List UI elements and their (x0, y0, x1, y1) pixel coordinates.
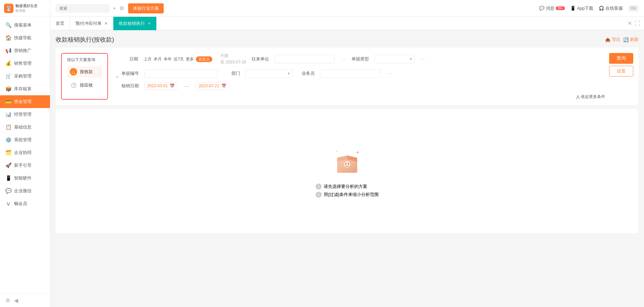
filter-type-by-receipt[interactable]: 💰 按收款 (67, 66, 102, 78)
sidebar-item-capital[interactable]: 💳资金管理 (0, 95, 50, 108)
sidebar-item-sales[interactable]: 💰销售管理 (0, 57, 50, 70)
sidebar-item-vip[interactable]: V畅会员 (0, 197, 50, 210)
topbar-dropdown-icon[interactable]: ▾ (113, 6, 115, 11)
hint-num-2: 2 (316, 192, 322, 198)
sidebar-item-basicinfo[interactable]: 📋基础信息 (0, 121, 50, 134)
nav-icon-capital: 💳 (5, 99, 11, 105)
nav-icon-vip: V (5, 201, 11, 207)
hint-text-2: 用[过滤]条件来缩小分析范围 (324, 192, 378, 198)
nav-label-hardware: 智能硬件 (14, 175, 32, 181)
collapse-more-btn[interactable]: ⋀ 收起更多条件 (121, 94, 605, 100)
bill-type-label: 单据类型 (352, 56, 369, 62)
bill-no-label: 单据编号 (121, 70, 139, 76)
counterparty-input[interactable] (274, 55, 335, 63)
tab-home[interactable]: 首页 (50, 17, 70, 30)
nav-icon-hardware: 📱 (5, 175, 11, 181)
sidebar-item-guide[interactable]: 🚀新手引导 (0, 159, 50, 172)
export-label: 导出 (612, 37, 621, 43)
topbar-gear-icon[interactable]: ⚙ (119, 5, 124, 11)
counterparty-dots-icon[interactable]: ··· (341, 56, 346, 62)
collapse-sidebar-icon[interactable]: ◀ (14, 297, 18, 304)
date-shortcut-this-month[interactable]: 本月 (154, 56, 162, 62)
sidebar: 🐰 畅捷通好生意 标准版 🔍搜索菜单🏠快捷导航📢营销推广💰销售管理🛒采购管理📦库… (0, 0, 50, 307)
tab-prepay-label: 预付冲应付单 (75, 20, 102, 27)
tab-receipt-close-icon[interactable]: ✕ (148, 21, 151, 26)
tabbar: 首页 预付冲应付单 ✕ 收款核销执行 ✕ ✕ ⛶ (50, 17, 644, 30)
staff-label: 业务员 (298, 70, 315, 76)
query-btn-col: 查询 设置 (609, 53, 633, 76)
sidebar-item-purchase[interactable]: 🛒采购管理 (0, 70, 50, 83)
tab-receipt[interactable]: 收款核销执行 ✕ (113, 17, 157, 30)
filter-collapse-arrow[interactable]: « (113, 53, 121, 100)
verify-date-to-wrap[interactable]: 2023-07-21 📅 (196, 82, 229, 90)
sidebar-item-operations[interactable]: 📊经营管理 (0, 108, 50, 121)
sidebar-item-search[interactable]: 🔍搜索菜单 (0, 19, 50, 32)
nav-icon-shortcuts: 🏠 (5, 35, 11, 41)
nav-label-capital: 资金管理 (14, 99, 32, 105)
filter-type-box: 按以下方案查询 💰 按收款 🕐 按应收 (61, 53, 108, 100)
filter-date-row: 日期 上月 本月 本年 近7天 更多 自定义 不限 至 (121, 53, 605, 65)
title-actions: 📤 导出 🔄 刷新 (605, 37, 639, 43)
export-button[interactable]: 📤 导出 (605, 37, 621, 43)
verify-date-from-wrap[interactable]: 2023-03-01 📅 (144, 82, 178, 90)
nav-label-vip: 畅会员 (14, 201, 27, 207)
bill-type-select[interactable] (374, 55, 415, 63)
bill-no-input[interactable] (144, 69, 218, 78)
query-button[interactable]: 查询 (609, 53, 633, 64)
sidebar-item-enterprise[interactable]: 🗂️企业协同 (0, 146, 50, 159)
nav-icon-search: 🔍 (5, 22, 11, 28)
sidebar-item-marketing[interactable]: 📢营销推广 (0, 44, 50, 57)
settings-icon[interactable]: ⚙ (5, 297, 10, 304)
app-download-item[interactable]: 📱 App下载 (570, 5, 593, 11)
hint-num-1: 1 (316, 184, 322, 190)
nav-label-enterprise: 企业协同 (14, 150, 32, 156)
collapse-more-icon: ⋀ (576, 95, 580, 99)
filter-type-by-receivable[interactable]: 🕐 按应收 (67, 80, 102, 91)
refresh-button[interactable]: 🔄 刷新 (623, 37, 639, 43)
settings-button[interactable]: 设置 (609, 66, 633, 76)
tab-prepay[interactable]: 预付冲应付单 ✕ (70, 17, 113, 30)
filter-type-receipt-icon: 💰 (70, 68, 77, 75)
date-shortcut-last-month[interactable]: 上月 (144, 56, 152, 62)
date-custom-badge[interactable]: 自定义 (196, 56, 212, 62)
topbar: ▾ ⚙ 体验行业方案 💬 消息 99+ 📱 App下载 🎧 在线客服 Rit (50, 0, 644, 17)
verify-date-label: 核销日期 (121, 83, 139, 89)
online-service-item[interactable]: 🎧 在线客服 (599, 5, 623, 11)
nav-label-guide: 新手引导 (14, 162, 32, 168)
logo-text: 畅捷通好生意 (15, 3, 38, 8)
close-tab-icon[interactable]: ✕ (628, 20, 632, 27)
date-shortcut-7days[interactable]: 近7天 (174, 56, 184, 62)
messages-label: 消息 (546, 5, 554, 11)
messages-item[interactable]: 💬 消息 99+ (539, 5, 565, 11)
sidebar-item-wechat[interactable]: 💬企业微信 (0, 185, 50, 197)
sidebar-item-shortcuts[interactable]: 🏠快捷导航 (0, 32, 50, 44)
sidebar-item-system[interactable]: ⚙️系统管理 (0, 134, 50, 146)
staff-dots-icon[interactable]: ··· (387, 70, 391, 76)
dept-select[interactable] (246, 69, 292, 78)
sidebar-item-hardware[interactable]: 📱智能硬件 (0, 172, 50, 185)
app-label: App下载 (577, 5, 593, 11)
user-profile[interactable]: Rit (628, 5, 639, 11)
app-icon: 📱 (570, 6, 576, 11)
tab-prepay-close-icon[interactable]: ✕ (104, 21, 108, 26)
date-shortcuts: 上月 本月 本年 近7天 更多 自定义 (144, 56, 213, 62)
date-shortcut-more[interactable]: 更多 (186, 56, 194, 62)
filter-type-receipt-label: 按收款 (80, 69, 93, 75)
search-input[interactable] (56, 4, 109, 12)
page-title: 收款核销执行(按收款) (56, 36, 114, 44)
svg-text:✦: ✦ (335, 150, 338, 153)
result-area: ✦ ✦ 1 请先选择要分析的方案 2 用[过滤]条件来缩小分析范围 (56, 109, 639, 233)
industry-solution-button[interactable]: 体验行业方案 (128, 3, 164, 13)
date-no-limit: 不限 (220, 53, 246, 59)
dept-label: 部门 (223, 70, 240, 76)
bill-type-select-wrap (374, 55, 415, 63)
sidebar-item-inventory[interactable]: 📦库存核算 (0, 83, 50, 95)
staff-input[interactable] (320, 69, 380, 78)
date-shortcut-this-year[interactable]: 本年 (164, 56, 172, 62)
bill-type-dots-icon[interactable]: ··· (421, 56, 426, 62)
filter-type-receivable-label: 按应收 (80, 82, 93, 88)
nav-label-search: 搜索菜单 (14, 22, 32, 28)
logo-text-wrap: 畅捷通好生意 标准版 (15, 3, 38, 13)
maximize-icon[interactable]: ⛶ (635, 20, 640, 27)
date-to-text: 至 2023-07-26 (220, 59, 246, 65)
